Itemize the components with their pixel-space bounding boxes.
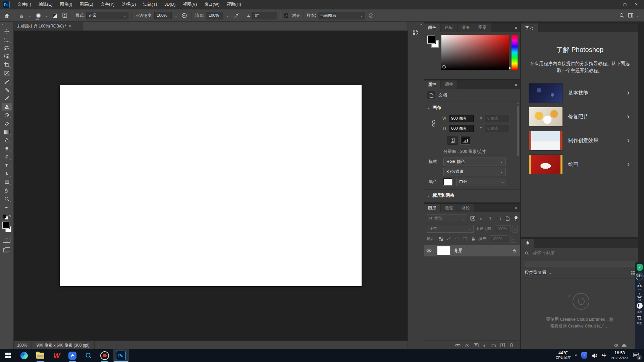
clone-source-panel-icon[interactable] — [61, 11, 69, 20]
menu-filter[interactable]: 滤镜(T) — [140, 0, 161, 9]
scrollbar-thumb[interactable] — [517, 106, 519, 156]
lock-position-icon[interactable] — [454, 236, 460, 242]
cloud-sync-icon[interactable] — [621, 344, 627, 348]
learn-card-painting[interactable]: 绘画 › — [529, 155, 631, 174]
document-tab-close-icon[interactable]: × — [69, 24, 71, 28]
opacity-field[interactable]: 100% — [154, 12, 172, 19]
path-selection-tool[interactable] — [0, 170, 13, 178]
rectangle-tool[interactable] — [0, 178, 13, 186]
notification-center-icon[interactable]: 3 — [633, 352, 640, 359]
taskbar-thunder[interactable] — [64, 349, 80, 362]
rectangular-marquee-tool[interactable] — [0, 36, 13, 44]
layer-thumbnail[interactable] — [437, 246, 450, 256]
flow-chevron-icon[interactable]: ⌄ — [225, 12, 230, 19]
layer-row-background[interactable]: 背景 — [424, 245, 520, 256]
menu-help[interactable]: 帮助(H) — [223, 0, 245, 9]
quick-mask-mode-icon[interactable] — [3, 237, 10, 243]
blur-tool[interactable] — [0, 136, 13, 144]
cpu-temperature[interactable]: 44℃ CPU温度 — [555, 351, 571, 360]
filter-adjustment-layers-icon[interactable]: ◐ — [478, 215, 485, 222]
screenshot-icon[interactable] — [637, 315, 642, 320]
object-selection-tool[interactable] — [0, 52, 13, 61]
filter-shape-layers-icon[interactable] — [495, 215, 502, 222]
volume-icon[interactable] — [592, 353, 598, 358]
tab-swatches[interactable]: 色板 — [441, 23, 457, 32]
lock-all-icon[interactable] — [470, 236, 476, 242]
new-group-icon[interactable] — [491, 343, 496, 347]
menu-select[interactable]: 选择(S) — [118, 0, 140, 9]
ignore-adjustment-layers-icon[interactable] — [367, 11, 375, 20]
dodge-tool[interactable] — [0, 144, 13, 153]
hue-slider[interactable] — [512, 35, 518, 70]
workspace-chevron-icon[interactable]: ⌄ — [637, 14, 639, 17]
flow-field[interactable]: 100% — [206, 12, 223, 19]
layer-list-empty-area[interactable] — [424, 256, 520, 340]
crop-tool[interactable] — [0, 61, 13, 69]
antivirus-tray-icon[interactable]: ✓ — [581, 352, 587, 359]
orientation-portrait-button[interactable] — [447, 136, 458, 145]
angle-field[interactable]: 0° — [252, 12, 277, 19]
layer-styles-icon[interactable]: fx — [465, 343, 469, 347]
opacity-chevron-icon[interactable]: ⌄ — [173, 12, 179, 19]
tool-preset-chevron-icon[interactable]: ⌄ — [27, 12, 33, 19]
move-tool[interactable] — [0, 27, 13, 36]
properties-scrollbar[interactable]: ^ ⌄ — [517, 102, 520, 200]
menu-layer[interactable]: 图层(L) — [76, 0, 97, 9]
taskbar-file-explorer[interactable] — [32, 349, 48, 362]
brush-picker-chevron-icon[interactable]: ⌄ — [44, 12, 49, 19]
window-close-button[interactable]: ✕ — [631, 0, 642, 9]
security-shield-icon[interactable]: ✓ — [637, 264, 643, 271]
brush-preset-picker[interactable]: 21 — [34, 11, 42, 20]
taskbar-search[interactable] — [80, 349, 97, 362]
tab-properties[interactable]: 属性 — [424, 80, 440, 89]
lasso-tool[interactable] — [0, 44, 13, 52]
foreground-color-swatch[interactable] — [2, 222, 9, 229]
frame-tool[interactable] — [0, 69, 13, 77]
orientation-landscape-button[interactable] — [460, 136, 470, 145]
link-dimensions-icon[interactable] — [429, 120, 438, 127]
grid-view-icon[interactable] — [631, 270, 635, 275]
zoom-tool[interactable] — [0, 195, 13, 203]
color-panel-swatches[interactable] — [427, 35, 439, 70]
screen-mode-icon[interactable] — [3, 247, 10, 252]
saturation-brightness-field[interactable] — [441, 35, 509, 70]
tab-libraries[interactable]: 库 — [521, 239, 534, 248]
taskbar-clock[interactable]: 16:53 2025/7/23 — [611, 351, 628, 361]
eyedropper-tool[interactable] — [0, 77, 13, 86]
bit-depth-dropdown[interactable]: 8 位/通道 ⌄ — [443, 168, 506, 176]
window-minimize-button[interactable]: — — [608, 0, 619, 9]
canvas-fill-dropdown[interactable]: 白色 ⌄ — [456, 178, 507, 186]
learn-card-basics[interactable]: 基本技能 › — [529, 83, 631, 103]
brush-tool[interactable] — [0, 94, 13, 103]
tab-gradients[interactable]: 渐变 — [458, 23, 474, 32]
toolbar-overflow-icon[interactable]: » — [0, 22, 13, 27]
new-adjustment-layer-icon[interactable]: ◐ — [483, 343, 486, 348]
clone-stamp-tool[interactable] — [0, 103, 13, 111]
dock-expand-icon[interactable]: « — [408, 22, 424, 26]
airbrush-icon[interactable] — [232, 11, 240, 20]
tab-channels[interactable]: 通道 — [441, 204, 457, 212]
brush-settings-panel-icon[interactable] — [51, 11, 59, 20]
hand-tool[interactable] — [0, 186, 13, 195]
panel-menu-icon[interactable]: ≡ — [512, 23, 520, 32]
taskbar-wps[interactable]: W — [48, 349, 64, 362]
tab-patterns[interactable]: 图案 — [474, 23, 491, 32]
coin-assistant-icon[interactable] — [637, 303, 643, 309]
tab-learn[interactable]: 学习 — [521, 23, 538, 32]
eraser-tool[interactable] — [0, 119, 13, 128]
aligned-checkbox[interactable]: ✓ — [284, 13, 289, 18]
menu-window[interactable]: 窗口(W) — [201, 0, 223, 9]
learn-card-creative-effects[interactable]: 制作创意效果 › — [529, 131, 631, 150]
canvas-fill-swatch[interactable] — [443, 178, 452, 185]
library-search-input[interactable] — [532, 250, 635, 256]
taskbar-edge-browser[interactable] — [16, 349, 32, 362]
tab-paths[interactable]: 路径 — [458, 204, 474, 212]
panel-menu-icon[interactable]: ≡ — [512, 80, 520, 89]
history-panel-icon[interactable] — [410, 28, 422, 37]
panel-menu-icon[interactable]: ≡ — [512, 204, 520, 212]
tab-color[interactable]: 颜色 — [424, 23, 440, 32]
filter-type-layers-icon[interactable]: T — [487, 215, 493, 222]
layer-name[interactable]: 背景 — [454, 248, 513, 254]
lock-pixels-icon[interactable] — [446, 236, 452, 242]
taskbar-recorder[interactable] — [97, 349, 113, 362]
